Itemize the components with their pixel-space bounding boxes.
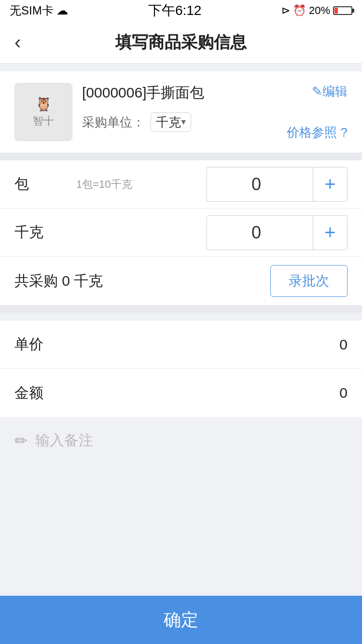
amount-value: 0 — [339, 385, 348, 401]
divider-2 — [0, 305, 362, 313]
unit-price-label: 单价 — [14, 335, 339, 354]
quantity-section: 包 1包=10千克 + 千克 + — [0, 160, 362, 257]
kg-plus-button[interactable]: + — [313, 215, 348, 250]
back-button[interactable]: ‹ — [14, 27, 30, 58]
location-icon: ⊳ — [281, 4, 290, 17]
status-right: ⊳ ⏰ 20% — [281, 4, 352, 17]
status-left: 无SIM卡 ☁ — [10, 3, 68, 18]
battery-icon — [333, 6, 352, 15]
unit-select-wrapper[interactable]: 千克 包 — [151, 112, 191, 132]
divider-1 — [0, 153, 362, 160]
bao-plus-button[interactable]: + — [313, 167, 348, 202]
alarm-icon: ⏰ — [293, 4, 306, 17]
kg-row: 千克 + — [0, 209, 362, 257]
bao-input[interactable] — [207, 167, 313, 202]
product-card: 🦉 智十 [0000006]手撕面包 采购单位： 千克 包 ✎编辑 价格参照 ? — [0, 71, 362, 153]
amount-row: 金额 0 — [0, 369, 362, 417]
bao-sublabel: 1包=10千克 — [76, 177, 207, 192]
bao-label: 包 — [14, 174, 72, 194]
edit-button[interactable]: ✎编辑 — [312, 83, 348, 100]
notes-section[interactable]: ✏ 输入备注 — [0, 417, 362, 601]
total-row: 共采购 0 千克 录批次 — [0, 257, 362, 305]
unit-label: 采购单位： — [82, 114, 145, 131]
confirm-button[interactable]: 确定 — [0, 596, 362, 644]
total-label: 共采购 0 千克 — [14, 271, 270, 291]
kg-input[interactable] — [207, 215, 313, 250]
unit-price-row: 单价 0 — [0, 321, 362, 369]
unit-select[interactable]: 千克 包 — [151, 112, 191, 132]
amount-label: 金额 — [14, 383, 339, 403]
bao-input-wrapper: + — [207, 167, 348, 202]
product-image-label: 智十 — [33, 114, 54, 128]
status-time: 下午6:12 — [148, 1, 202, 20]
price-ref-button[interactable]: 价格参照 ? — [287, 124, 348, 141]
kg-label: 千克 — [14, 223, 72, 242]
status-bar: 无SIM卡 ☁ 下午6:12 ⊳ ⏰ 20% — [0, 0, 362, 21]
nav-bar: ‹ 填写商品采购信息 — [0, 21, 362, 64]
bao-row: 包 1包=10千克 + — [0, 160, 362, 209]
no-sim-label: 无SIM卡 ☁ — [10, 3, 68, 18]
product-name: [0000006]手撕面包 — [82, 83, 348, 103]
product-image: 🦉 智十 — [14, 83, 72, 141]
page-title: 填写商品采购信息 — [115, 31, 247, 54]
kg-input-wrapper: + — [207, 215, 348, 250]
record-batch-button[interactable]: 录批次 — [270, 265, 348, 297]
pencil-icon: ✏ — [14, 432, 28, 450]
battery-percent: 20% — [309, 4, 330, 17]
price-section: 单价 0 金额 0 — [0, 321, 362, 417]
notes-placeholder: 输入备注 — [35, 431, 93, 450]
unit-price-value: 0 — [339, 336, 348, 353]
